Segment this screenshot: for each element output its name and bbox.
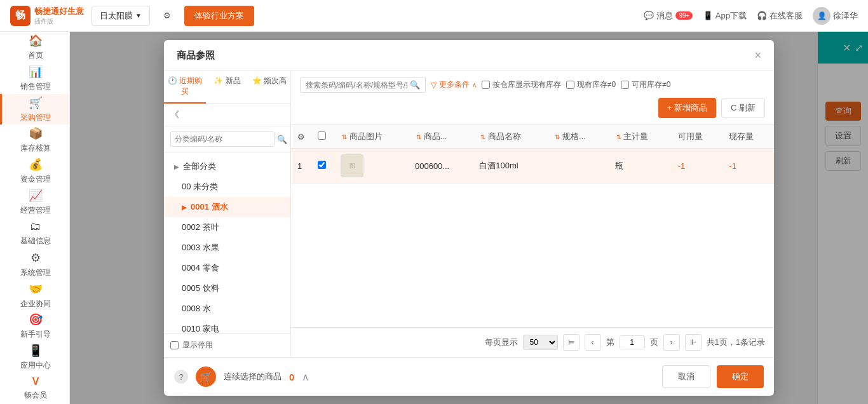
name-sort-icon[interactable]: ⇅ [480,133,485,140]
name-col-header[interactable]: ⇅ 商品名称 [473,125,547,149]
tree-item-tea[interactable]: 0002 茶叶 [164,217,290,238]
trial-button[interactable]: 体验行业方案 [184,6,254,26]
tab-new-product[interactable]: ✨ 新品 [206,71,248,104]
cart-button[interactable]: 🛒 [196,367,216,387]
available-col-header[interactable]: 可用量 [672,125,723,149]
collapse-left-button[interactable]: 《 [170,109,179,121]
unit-col-header[interactable]: ⇅ 主计量 [609,125,672,149]
sales-icon: 📊 [29,65,43,79]
category-search-wrap: 🔍 [164,126,290,152]
username-label: 徐泽华 [833,10,858,22]
table-settings-icon[interactable]: ⚙ [297,132,305,142]
img-sort-icon[interactable]: ⇅ [342,133,347,140]
select-all-checkbox[interactable] [318,131,326,140]
tree-item-all[interactable]: ▶ 全部分类 [164,156,290,177]
tree-item-tea-label: 0002 茶叶 [182,222,219,233]
service-item[interactable]: 🎧 在线客服 [757,10,803,22]
sidebar-label-guide: 新手引导 [20,329,51,340]
row-checkbox[interactable] [318,161,326,169]
message-nav-item[interactable]: 💬 消息 99+ [644,10,692,22]
available-stock-checkbox-wrap[interactable]: 可用库存≠0 [621,79,670,90]
nonzero-stock-checkbox-wrap[interactable]: 现有库存≠0 [566,79,616,90]
confirm-button[interactable]: 确定 [717,365,764,388]
store-label: 日太阳膜 [100,10,133,22]
tree-item-water-label: 0008 水 [182,303,211,314]
filter-more-button[interactable]: ▽ 更多条件 ∧ [431,79,477,90]
sidebar-label-operations: 经营管理 [20,205,51,216]
toolbar-right: + 新增商品 C 刷新 [658,98,765,118]
store-dropdown[interactable]: 日太阳膜 ▼ [92,6,150,26]
sidebar-item-sales[interactable]: 📊 销售管理 [0,63,69,94]
settings-icon[interactable]: ⚙ [158,6,177,25]
total-info: 共1页，1条记录 [707,337,765,348]
code-col-header[interactable]: ⇅ 商品... [409,125,473,149]
collapse-up-icon[interactable]: ∧ [302,371,309,383]
row-spec-cell [547,149,608,184]
sidebar-item-inventory[interactable]: 📦 库存核算 [0,125,69,156]
tree-item-uncategorized[interactable]: 00 未分类 [164,177,290,197]
cancel-button[interactable]: 取消 [662,365,710,388]
tree-item-fruit[interactable]: 0003 水果 [164,238,290,258]
tab-frequent[interactable]: ⭐ 频次高 [248,71,290,104]
sidebar-item-purchase[interactable]: 🛒 采购管理 [0,94,69,125]
tree-item-water[interactable]: 0008 水 [164,299,290,319]
sidebar-item-home[interactable]: 🏠 首页 [0,32,69,63]
sidebar-item-enterprise[interactable]: 🤝 企业协同 [0,280,69,311]
tab-recent-purchase[interactable]: 🕐 近期购买 [164,71,206,104]
table-header-row: ⚙ ⇅ 商品图片 [291,125,774,149]
tab-frequent-label: 频次高 [264,76,287,85]
row-stock-cell: -1 [722,149,774,184]
sidebar-item-operations[interactable]: 📈 经营管理 [0,187,69,218]
product-image: 图 [341,154,363,177]
sidebar-label-member: 畅会员 [24,390,47,401]
user-avatar-item[interactable]: 👤 徐泽华 [813,7,858,25]
unit-sort-icon[interactable]: ⇅ [616,133,621,140]
nonzero-stock-checkbox[interactable] [566,81,574,89]
prev-page-button[interactable]: ‹ [585,334,601,351]
category-search-input[interactable] [170,131,275,147]
system-icon: ⚙ [31,251,41,265]
app-download-item[interactable]: 📱 App下载 [703,10,747,22]
help-icon[interactable]: ? [174,370,188,384]
stock-col-header[interactable]: 现存量 [722,125,774,149]
sidebar-item-finance[interactable]: 💰 资金管理 [0,156,69,187]
next-page-button[interactable]: › [663,334,680,351]
filter-arrow-icon: ∧ [472,81,477,88]
sidebar-label-sales: 销售管理 [20,81,51,92]
tree-item-beverage[interactable]: 0005 饮料 [164,278,290,299]
code-sort-icon[interactable]: ⇅ [416,133,421,140]
available-stock-checkbox[interactable] [621,81,629,89]
sidebar-item-apps[interactable]: 📱 应用中心 [0,342,69,373]
spec-col-header[interactable]: ⇅ 规格... [547,125,608,149]
first-page-button[interactable]: ⊨ [563,334,580,351]
sidebar-item-basic[interactable]: 🗂 基础信息 [0,218,69,249]
show-disabled-checkbox[interactable] [170,341,179,349]
spec-sort-icon[interactable]: ⇅ [555,133,560,140]
basic-icon: 🗂 [30,220,41,233]
sidebar-label-inventory: 库存核算 [20,143,51,154]
sidebar-item-member[interactable]: V 畅会员 [0,373,69,404]
tree-item-beverage-label: 0005 饮料 [182,283,219,294]
home-icon: 🏠 [29,34,43,48]
warehouse-stock-checkbox[interactable] [482,81,490,89]
last-page-button[interactable]: ⊩ [685,334,702,351]
sidebar-item-system[interactable]: ⚙ 系统管理 [0,249,69,280]
product-search-input[interactable] [306,81,407,90]
tree-item-liquor[interactable]: ▶ 0001 酒水 [164,197,290,217]
tree-arrow-icon: ▶ [174,163,179,170]
modal-close-button[interactable]: × [754,49,761,62]
product-search-icon[interactable]: 🔍 [410,80,420,90]
enterprise-icon: 🤝 [29,282,43,296]
table-row[interactable]: 1 图 [291,149,774,184]
sidebar-item-guide[interactable]: 🎯 新手引导 [0,311,69,342]
category-search-icon[interactable]: 🔍 [277,135,287,144]
per-page-select[interactable]: 50 10 20 100 [523,335,558,350]
refresh-button[interactable]: C 刷新 [721,98,765,118]
row-checkbox-cell[interactable] [311,149,334,184]
tree-item-snack[interactable]: 0004 零食 [164,258,290,278]
tree-item-appliance[interactable]: 0010 家电 [164,319,290,333]
add-product-button[interactable]: + 新增商品 [658,98,716,118]
tree-item-liquor-label: 0001 酒水 [191,201,228,213]
page-number-input[interactable] [620,335,645,349]
warehouse-stock-checkbox-wrap[interactable]: 按仓库显示现有库存 [482,79,561,90]
